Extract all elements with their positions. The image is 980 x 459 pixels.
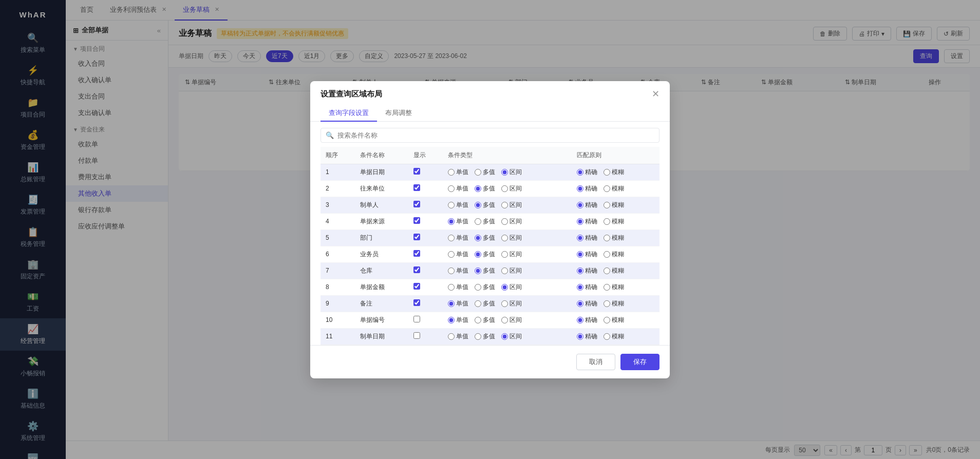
row-order: 8 bbox=[321, 279, 355, 295]
row-match: 精确模糊 bbox=[572, 312, 659, 328]
match-option[interactable]: 精确 bbox=[577, 184, 597, 193]
condition-type-option[interactable]: 多值 bbox=[475, 217, 495, 226]
condition-type-option[interactable]: 区间 bbox=[501, 332, 522, 341]
row-name: 往来单位 bbox=[355, 180, 408, 197]
condition-type-option[interactable]: 单值 bbox=[448, 217, 468, 226]
match-option[interactable]: 精确 bbox=[577, 168, 597, 177]
show-checkbox[interactable] bbox=[413, 184, 420, 191]
condition-type-option[interactable]: 单值 bbox=[448, 168, 468, 177]
condition-type-option[interactable]: 单值 bbox=[448, 250, 468, 259]
match-option[interactable]: 精确 bbox=[577, 234, 597, 242]
modal-close-button[interactable]: ✕ bbox=[652, 89, 659, 99]
match-option[interactable]: 精确 bbox=[577, 201, 597, 209]
row-match: 精确模糊 bbox=[572, 180, 659, 197]
modal-tab-layout[interactable]: 布局调整 bbox=[377, 105, 420, 122]
row-order: 6 bbox=[321, 246, 355, 262]
condition-type-option[interactable]: 单值 bbox=[448, 283, 468, 292]
condition-type-option[interactable]: 区间 bbox=[501, 234, 522, 242]
match-option[interactable]: 模糊 bbox=[604, 217, 624, 226]
match-option[interactable]: 精确 bbox=[577, 283, 597, 292]
condition-type-option[interactable]: 单值 bbox=[448, 201, 468, 209]
show-checkbox[interactable] bbox=[413, 332, 420, 339]
modal-search-input[interactable] bbox=[321, 128, 659, 143]
condition-type-option[interactable]: 单值 bbox=[448, 266, 468, 275]
row-condition-type: 单值多值区间 bbox=[443, 164, 572, 180]
condition-type-option[interactable]: 区间 bbox=[501, 266, 522, 275]
row-order: 10 bbox=[321, 312, 355, 328]
config-col-order: 顺序 bbox=[321, 147, 355, 164]
modal-tab-fields[interactable]: 查询字段设置 bbox=[321, 105, 377, 122]
condition-type-option[interactable]: 区间 bbox=[501, 217, 522, 226]
row-condition-type: 单值多值区间 bbox=[443, 328, 572, 345]
show-checkbox[interactable] bbox=[413, 217, 420, 224]
row-show bbox=[408, 246, 443, 262]
show-checkbox[interactable] bbox=[413, 168, 420, 175]
match-option[interactable]: 模糊 bbox=[604, 299, 624, 308]
modal-search-icon: 🔍 bbox=[326, 131, 334, 139]
condition-type-option[interactable]: 多值 bbox=[475, 234, 495, 242]
condition-type-option[interactable]: 区间 bbox=[501, 299, 522, 308]
match-option[interactable]: 模糊 bbox=[604, 201, 624, 209]
show-checkbox[interactable] bbox=[413, 266, 420, 273]
condition-type-option[interactable]: 多值 bbox=[475, 184, 495, 193]
match-option[interactable]: 模糊 bbox=[604, 316, 624, 324]
condition-type-option[interactable]: 单值 bbox=[448, 332, 468, 341]
config-table-row: 2往来单位单值多值区间精确模糊 bbox=[321, 180, 659, 197]
condition-type-option[interactable]: 多值 bbox=[475, 299, 495, 308]
match-option[interactable]: 模糊 bbox=[604, 234, 624, 242]
condition-type-option[interactable]: 多值 bbox=[475, 201, 495, 209]
match-option[interactable]: 精确 bbox=[577, 316, 597, 324]
match-option[interactable]: 模糊 bbox=[604, 332, 624, 341]
config-table-row: 6业务员单值多值区间精确模糊 bbox=[321, 246, 659, 262]
row-match: 精确模糊 bbox=[572, 328, 659, 345]
condition-type-option[interactable]: 多值 bbox=[475, 250, 495, 259]
show-checkbox[interactable] bbox=[413, 299, 420, 306]
show-checkbox[interactable] bbox=[413, 283, 420, 290]
match-option[interactable]: 模糊 bbox=[604, 168, 624, 177]
row-condition-type: 单值多值区间 bbox=[443, 246, 572, 262]
show-checkbox[interactable] bbox=[413, 201, 420, 207]
row-show bbox=[408, 230, 443, 246]
modal-title: 设置查询区域布局 bbox=[321, 89, 382, 99]
condition-type-option[interactable]: 单值 bbox=[448, 184, 468, 193]
match-option[interactable]: 精确 bbox=[577, 250, 597, 259]
match-option[interactable]: 模糊 bbox=[604, 184, 624, 193]
modal-save-button[interactable]: 保存 bbox=[620, 354, 659, 370]
condition-type-option[interactable]: 单值 bbox=[448, 234, 468, 242]
condition-type-option[interactable]: 区间 bbox=[501, 250, 522, 259]
show-checkbox[interactable] bbox=[413, 250, 420, 257]
condition-type-option[interactable]: 区间 bbox=[501, 283, 522, 292]
condition-type-option[interactable]: 多值 bbox=[475, 332, 495, 341]
row-match: 精确模糊 bbox=[572, 213, 659, 230]
config-table-row: 8单据金额单值多值区间精确模糊 bbox=[321, 279, 659, 295]
show-checkbox[interactable] bbox=[413, 316, 420, 322]
match-option[interactable]: 模糊 bbox=[604, 250, 624, 259]
row-order: 4 bbox=[321, 213, 355, 230]
match-option[interactable]: 精确 bbox=[577, 299, 597, 308]
condition-type-option[interactable]: 区间 bbox=[501, 201, 522, 209]
row-name: 仓库 bbox=[355, 262, 408, 279]
condition-type-option[interactable]: 区间 bbox=[501, 316, 522, 324]
match-option[interactable]: 模糊 bbox=[604, 266, 624, 275]
modal-cancel-button[interactable]: 取消 bbox=[576, 354, 615, 370]
condition-type-option[interactable]: 区间 bbox=[501, 168, 522, 177]
condition-type-option[interactable]: 区间 bbox=[501, 184, 522, 193]
config-table-row: 1单据日期单值多值区间精确模糊 bbox=[321, 164, 659, 180]
row-name: 制单日期 bbox=[355, 328, 408, 345]
condition-type-option[interactable]: 单值 bbox=[448, 316, 468, 324]
modal-footer: 取消 保存 bbox=[310, 345, 670, 378]
condition-type-option[interactable]: 多值 bbox=[475, 283, 495, 292]
modal-body: 顺序 条件名称 显示 条件类型 匹配原则 1单据日期单值多值区间精确模糊2往来单… bbox=[310, 147, 670, 345]
match-option[interactable]: 模糊 bbox=[604, 283, 624, 292]
condition-type-option[interactable]: 多值 bbox=[475, 168, 495, 177]
row-condition-type: 单值多值区间 bbox=[443, 230, 572, 246]
match-option[interactable]: 精确 bbox=[577, 266, 597, 275]
show-checkbox[interactable] bbox=[413, 234, 420, 240]
condition-type-option[interactable]: 单值 bbox=[448, 299, 468, 308]
condition-type-option[interactable]: 多值 bbox=[475, 266, 495, 275]
row-name: 单据编号 bbox=[355, 312, 408, 328]
match-option[interactable]: 精确 bbox=[577, 332, 597, 341]
condition-type-option[interactable]: 多值 bbox=[475, 316, 495, 324]
row-name: 业务员 bbox=[355, 246, 408, 262]
match-option[interactable]: 精确 bbox=[577, 217, 597, 226]
